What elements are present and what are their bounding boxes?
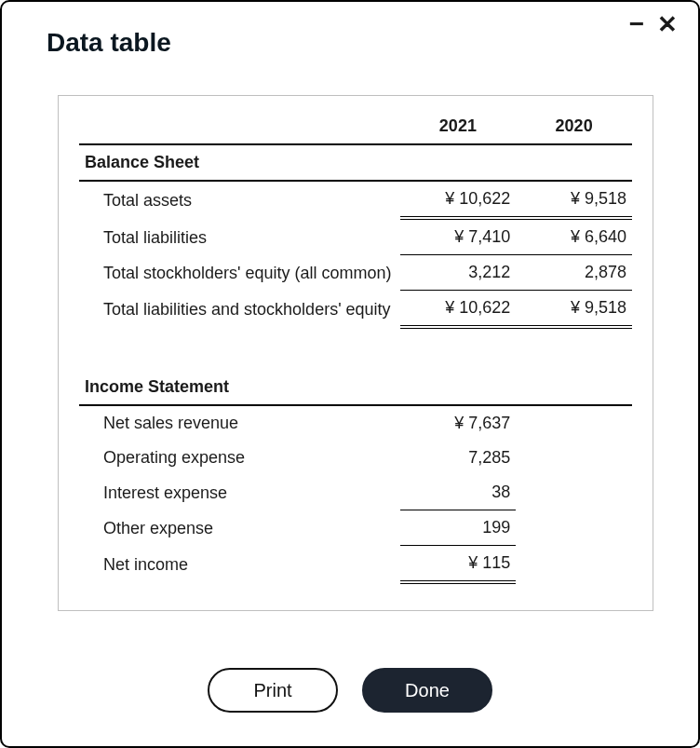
dialog-titlebar: Data table − ✕ — [2, 2, 698, 67]
section-heading: Income Statement — [79, 370, 632, 405]
window-controls: − ✕ — [629, 15, 678, 34]
section-heading: Balance Sheet — [79, 144, 632, 181]
row-label: Other expense — [79, 510, 400, 546]
cell-y1: ¥ 7,637 — [400, 405, 517, 441]
cell-y2 — [516, 441, 632, 475]
cell-y1: ¥ 115 — [400, 546, 517, 583]
cell-y1: 3,212 — [400, 255, 517, 291]
data-table-dialog: Data table − ✕ 2021 2020 Balance Sheet — [0, 0, 700, 748]
col-2020: 2020 — [516, 109, 632, 144]
row-label: Interest expense — [79, 475, 400, 510]
row-interest-expense: Interest expense 38 — [79, 475, 632, 510]
section-balance-sheet: Balance Sheet — [79, 144, 632, 181]
cell-y1: 199 — [400, 510, 517, 546]
column-header-row: 2021 2020 — [79, 109, 632, 144]
cell-y1: ¥ 10,622 — [400, 181, 517, 218]
cell-y1: 7,285 — [400, 441, 517, 475]
section-spacer — [79, 327, 632, 370]
done-button[interactable]: Done — [362, 668, 492, 713]
row-total-liab-and-equity: Total liabilities and stockholders' equi… — [79, 291, 632, 328]
cell-y2 — [516, 475, 632, 510]
cell-y2: ¥ 9,518 — [516, 181, 632, 218]
row-net-income: Net income ¥ 115 — [79, 546, 632, 583]
print-button[interactable]: Print — [208, 668, 338, 713]
cell-y2 — [516, 405, 632, 441]
row-total-liabilities: Total liabilities ¥ 7,410 ¥ 6,640 — [79, 218, 632, 255]
row-other-expense: Other expense 199 — [79, 510, 632, 546]
table-frame: 2021 2020 Balance Sheet Total assets ¥ 1… — [58, 95, 653, 611]
row-label: Operating expense — [79, 441, 400, 475]
col-2021: 2021 — [400, 109, 517, 144]
minimize-icon[interactable]: − — [629, 20, 644, 29]
cell-y2 — [516, 546, 632, 583]
row-total-assets: Total assets ¥ 10,622 ¥ 9,518 — [79, 181, 632, 218]
cell-y2: ¥ 6,640 — [516, 218, 632, 255]
section-income-statement: Income Statement — [79, 370, 632, 405]
cell-y2: ¥ 9,518 — [516, 291, 632, 328]
row-operating-expense: Operating expense 7,285 — [79, 441, 632, 475]
dialog-title: Data table — [47, 28, 661, 58]
row-label: Total liabilities and stockholders' equi… — [79, 291, 400, 328]
row-label: Total assets — [79, 181, 400, 218]
row-label: Total stockholders' equity (all common) — [79, 255, 400, 291]
row-label: Net income — [79, 546, 400, 583]
cell-y1: ¥ 10,622 — [400, 291, 517, 328]
dialog-buttons: Print Done — [2, 668, 698, 713]
row-label: Net sales revenue — [79, 405, 400, 441]
financial-table: 2021 2020 Balance Sheet Total assets ¥ 1… — [79, 109, 632, 584]
cell-y1: ¥ 7,410 — [400, 218, 517, 255]
row-total-equity: Total stockholders' equity (all common) … — [79, 255, 632, 291]
cell-y2 — [516, 510, 632, 546]
cell-y2: 2,878 — [516, 255, 632, 291]
row-net-sales: Net sales revenue ¥ 7,637 — [79, 405, 632, 441]
close-icon[interactable]: ✕ — [657, 15, 678, 34]
cell-y1: 38 — [400, 475, 517, 510]
row-label: Total liabilities — [79, 218, 400, 255]
